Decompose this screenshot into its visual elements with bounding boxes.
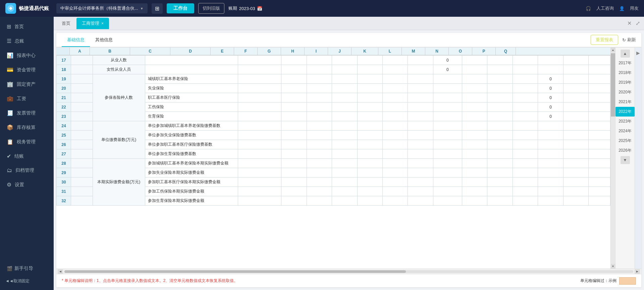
cell-i-20[interactable] [382,84,408,93]
cell-d-20[interactable] [238,84,281,93]
cell-p-22[interactable] [563,102,588,112]
cell-p-25[interactable] [563,131,588,140]
cell-o-23[interactable]: 0 [538,112,563,121]
cell-d-21[interactable] [238,93,281,102]
cell-a-31[interactable] [71,187,93,196]
cell-k-32[interactable] [433,196,462,206]
tab-home[interactable]: 首页 [56,18,76,29]
cell-q-20[interactable] [589,84,610,93]
cell-i-28[interactable] [382,159,408,168]
ai-consult-label[interactable]: 人工咨询 [596,5,614,11]
cell-m-23[interactable] [487,112,513,121]
cell-a-18[interactable] [71,65,93,74]
cell-q-21[interactable] [589,93,610,102]
cell-e-22[interactable] [281,102,307,112]
cell-l-19[interactable] [462,74,487,84]
cell-b-18[interactable]: 女性从业人员 [93,65,145,74]
h-scroll-left-btn[interactable]: ◄ [58,269,63,274]
cell-f-25[interactable] [307,131,332,140]
cell-h-19[interactable] [357,74,382,84]
cell-a-30[interactable] [71,177,93,187]
cell-d-24[interactable] [238,121,281,131]
cell-l-20[interactable] [462,84,487,93]
cell-h-26[interactable] [357,140,382,149]
cell-o-30[interactable] [538,177,563,187]
cell-i-31[interactable] [382,187,408,196]
close-tab-btn[interactable]: ✕ [626,19,633,28]
cell-o-22[interactable]: 0 [538,102,563,112]
tab-close-icon[interactable]: × [101,21,104,26]
sub-tab-other[interactable]: 其他信息 [90,33,118,47]
cell-f-28[interactable] [307,159,332,168]
cell-a-20[interactable] [71,84,93,93]
cell-m-32[interactable] [487,196,513,206]
cell-g-30[interactable] [332,177,357,187]
workbench-button[interactable]: 工作台 [167,3,194,13]
sidebar-item-settings[interactable]: ⚙设置 [0,177,54,192]
old-version-button[interactable]: 切到旧版 [198,3,224,14]
cell-j-29[interactable] [408,168,433,177]
cell-k-22[interactable] [433,102,462,112]
cell-k-29[interactable] [433,168,462,177]
sidebar-item-invoice[interactable]: 🧾发票管理 [0,106,54,120]
cell-k-28[interactable] [433,159,462,168]
cell-p-31[interactable] [563,187,588,196]
cell-h-25[interactable] [357,131,382,140]
cell-e-30[interactable] [281,177,307,187]
sidebar-item-capital[interactable]: 💳资金管理 [0,63,54,77]
cell-p-18[interactable] [563,65,588,74]
cell-h-32[interactable] [357,196,382,206]
cell-j-19[interactable] [408,74,433,84]
user-label[interactable]: 用友 [630,5,639,11]
cell-l-27[interactable] [462,149,487,159]
cell-e-31[interactable] [281,187,307,196]
cell-h-29[interactable] [357,168,382,177]
cell-n-20[interactable] [513,84,538,93]
cell-g-26[interactable] [332,140,357,149]
cell-g-21[interactable] [332,93,357,102]
cell-f-31[interactable] [307,187,332,196]
cell-e-23[interactable] [281,112,307,121]
cell-c-24[interactable]: 单位参加城镇职工基本养老保险缴费基数 [145,121,238,131]
cell-c-20[interactable]: 失业保险 [145,84,238,93]
year-item-2017年[interactable]: 2017年 [615,58,635,68]
cell-q-22[interactable] [589,102,610,112]
year-item-2024年[interactable]: 2024年 [615,126,635,136]
cell-o-31[interactable] [538,187,563,196]
cell-n-32[interactable] [513,196,538,206]
cell-o-21[interactable]: 0 [538,93,563,102]
cell-g-17[interactable] [332,56,357,65]
year-item-2021年[interactable]: 2021年 [615,97,635,107]
cell-k-26[interactable] [433,140,462,149]
cell-h-31[interactable] [357,187,382,196]
year-item-2025年[interactable]: 2025年 [615,136,635,146]
cell-f-24[interactable] [307,121,332,131]
h-scroll-track[interactable] [64,270,633,273]
cell-i-30[interactable] [382,177,408,187]
cell-d-25[interactable] [238,131,281,140]
cell-e-26[interactable] [281,140,307,149]
cell-g-20[interactable] [332,84,357,93]
cell-g-23[interactable] [332,112,357,121]
cell-e-28[interactable] [281,159,307,168]
cell-l-32[interactable] [462,196,487,206]
cell-i-32[interactable] [382,196,408,206]
reset-report-button[interactable]: 重置报表 [591,35,618,45]
cell-l-21[interactable] [462,93,487,102]
sidebar-item-report[interactable]: 📊报表中心 [0,48,54,63]
cell-c-26[interactable]: 单位参加职工基本医疗保险缴费基数 [145,140,238,149]
cell-i-24[interactable] [382,121,408,131]
cell-p-27[interactable] [563,149,588,159]
right-collapse-panel[interactable]: ▶ [635,48,641,269]
cell-n-27[interactable] [513,149,538,159]
cell-c-25[interactable]: 单位参加失业保险缴费基数 [145,131,238,140]
sidebar-item-ledger[interactable]: ☰总账 [0,34,54,48]
cell-c-19[interactable]: 城镇职工基本养老保险 [145,74,238,84]
cell-f-29[interactable] [307,168,332,177]
sidebar-item-settle[interactable]: ✔结账 [0,149,54,163]
v-scroll-track[interactable] [611,52,615,264]
cell-p-24[interactable] [563,121,588,131]
cell-j-24[interactable] [408,121,433,131]
cell-h-28[interactable] [357,159,382,168]
sidebar-item-new-guide[interactable]: 🎬 新手引导 [0,262,54,275]
